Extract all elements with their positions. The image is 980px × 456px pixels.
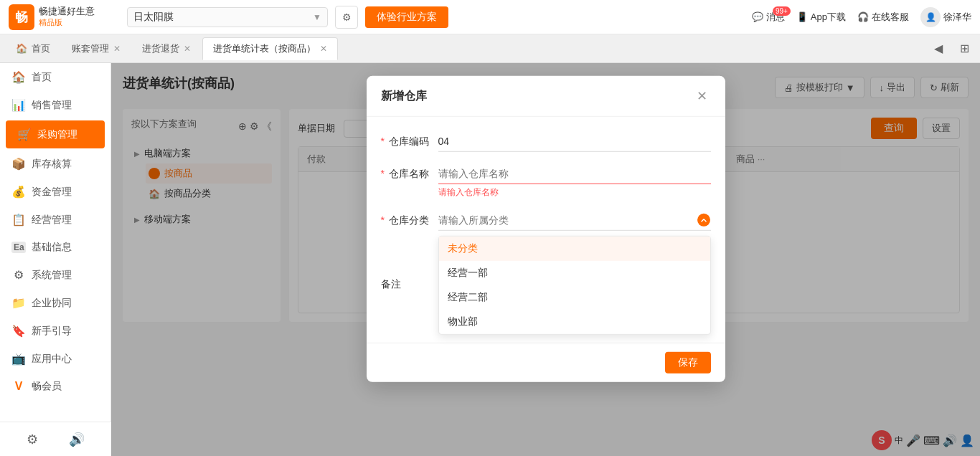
form-row-code: * 仓库编码 [381, 131, 711, 152]
app-download-button[interactable]: 📱 App下载 [796, 11, 846, 24]
add-warehouse-modal: 新增仓库 ✕ * 仓库编码 * 仓库名称 [367, 76, 725, 382]
category-input[interactable] [438, 210, 711, 231]
modal-title: 新增仓库 [381, 88, 427, 103]
purchase-icon: 🛒 [17, 128, 32, 141]
avatar: 👤 [920, 7, 941, 27]
settings-bottom-icon[interactable]: ⚙ [27, 432, 38, 447]
warehouse-name-input[interactable] [438, 163, 711, 184]
sidebar-item-sales[interactable]: 📊 销售管理 [0, 91, 110, 119]
home-icon: 🏠 [16, 43, 27, 54]
modal-header: 新增仓库 ✕ [367, 76, 725, 117]
apps-icon: 📺 [11, 352, 26, 366]
dropdown-item-dept1[interactable]: 经营一部 [439, 261, 710, 285]
message-badge: 99+ [773, 6, 791, 16]
category-dropdown: 未分类 经营一部 经营二部 物业部 [438, 236, 711, 335]
sidebar-item-basic[interactable]: Ea 基础信息 [0, 234, 110, 261]
name-label: * 仓库名称 [381, 163, 438, 181]
inventory-icon: 📦 [11, 157, 26, 171]
category-label: * 仓库分类 [381, 210, 438, 227]
search-text: 日太阳膜 [133, 11, 313, 24]
sidebar-item-operation[interactable]: 📋 经营管理 [0, 206, 110, 234]
sidebar-item-guide[interactable]: 🔖 新手引导 [0, 317, 110, 345]
content-area: 进货单统计(按商品) 🖨 按模板打印 ▼ ↓ 导出 ↻ 刷新 [111, 63, 980, 456]
modal-footer: 保存 [367, 343, 725, 382]
category-arrow-icon[interactable] [697, 213, 711, 229]
tab-close-icon[interactable]: ✕ [184, 44, 191, 54]
finance-icon: 💰 [11, 185, 26, 199]
tab-account[interactable]: 账套管理 ✕ [62, 38, 131, 60]
sidebar-item-apps[interactable]: 📺 应用中心 [0, 345, 110, 373]
remark-label: 备注 [381, 274, 438, 291]
customer-service-button[interactable]: 🎧 在线客服 [857, 11, 909, 24]
dropdown-item-unclassified[interactable]: 未分类 [439, 237, 710, 261]
operation-icon: 📋 [11, 213, 26, 227]
chevron-down-icon: ▼ [313, 12, 321, 22]
guide-icon: 🔖 [11, 324, 26, 338]
dropdown-item-dept3[interactable]: 物业部 [439, 310, 710, 334]
code-label: * 仓库编码 [381, 131, 438, 148]
home-icon: 🏠 [11, 70, 26, 84]
sidebar-item-inventory[interactable]: 📦 库存核算 [0, 150, 110, 178]
message-icon: 💬 [752, 11, 763, 22]
search-area[interactable]: 日太阳膜 ▼ [127, 7, 328, 27]
messages-button[interactable]: 💬 消息 99+ [752, 11, 785, 24]
logo-text: 畅捷通好生意 [39, 6, 95, 18]
form-row-category: * 仓库分类 未分类 经营一部 [381, 210, 711, 231]
tab-close-icon[interactable]: ✕ [320, 44, 327, 54]
volume-icon[interactable]: 🔊 [69, 432, 85, 447]
sidebar-item-member[interactable]: V 畅会员 [0, 373, 110, 400]
sidebar-bottom-bar: ⚙ 🔊 [0, 422, 111, 456]
settings-icon[interactable]: ⚙ [335, 6, 358, 29]
name-error-text: 请输入仓库名称 [438, 187, 499, 197]
user-profile-button[interactable]: 👤 徐泽华 [920, 7, 971, 27]
logo-area: 畅 畅捷通好生意 精品版 [9, 4, 120, 30]
logo-sub: 精品版 [39, 17, 95, 28]
sidebar-item-finance[interactable]: 💰 资金管理 [0, 178, 110, 206]
tab-controls: ◀ ⊞ [928, 39, 974, 59]
sidebar: 🏠 首页 📊 销售管理 🛒 采购管理 📦 库存核算 💰 资金管理 📋 经营管理 … [0, 63, 111, 456]
category-select-wrap: 未分类 经营一部 经营二部 物业部 [438, 210, 711, 231]
tab-home[interactable]: 🏠 首页 [6, 38, 60, 60]
tab-bar: 🏠 首页 账套管理 ✕ 进货退货 ✕ 进货单统计表（按商品） ✕ ◀ ⊞ [0, 34, 980, 63]
top-bar: 畅 畅捷通好生意 精品版 日太阳膜 ▼ ⚙ 体验行业方案 💬 消息 99+ 📱 … [0, 0, 980, 34]
form-row-name: * 仓库名称 请输入仓库名称 [381, 163, 711, 199]
trial-button[interactable]: 体验行业方案 [365, 6, 448, 28]
basic-icon: Ea [11, 242, 26, 253]
warehouse-code-input[interactable] [438, 131, 711, 152]
save-button[interactable]: 保存 [665, 352, 711, 374]
tab-close-icon[interactable]: ✕ [113, 44, 121, 54]
modal-body: * 仓库编码 * 仓库名称 请输入仓库名称 [367, 117, 725, 343]
logo-icon: 畅 [9, 4, 34, 30]
sidebar-item-system[interactable]: ⚙ 系统管理 [0, 261, 110, 289]
tab-returns[interactable]: 进货退货 ✕ [132, 38, 201, 60]
modal-close-button[interactable]: ✕ [694, 87, 711, 105]
member-icon: V [11, 380, 26, 393]
system-icon: ⚙ [11, 268, 26, 282]
sidebar-item-home[interactable]: 🏠 首页 [0, 63, 110, 91]
top-right: 💬 消息 99+ 📱 App下载 🎧 在线客服 👤 徐泽华 [752, 7, 971, 27]
sidebar-item-enterprise[interactable]: 📁 企业协同 [0, 289, 110, 317]
phone-icon: 📱 [796, 11, 808, 22]
main-layout: 🏠 首页 📊 销售管理 🛒 采购管理 📦 库存核算 💰 资金管理 📋 经营管理 … [0, 63, 980, 456]
tab-expand-icon[interactable]: ⊞ [954, 39, 974, 59]
tab-prev-icon[interactable]: ◀ [928, 39, 948, 59]
sidebar-item-purchase[interactable]: 🛒 采购管理 [6, 120, 105, 148]
enterprise-icon: 📁 [11, 296, 26, 310]
dropdown-item-dept2[interactable]: 经营二部 [439, 285, 710, 310]
sales-icon: 📊 [11, 98, 26, 112]
headset-icon: 🎧 [857, 11, 869, 22]
tab-stats[interactable]: 进货单统计表（按商品） ✕ [202, 37, 338, 60]
